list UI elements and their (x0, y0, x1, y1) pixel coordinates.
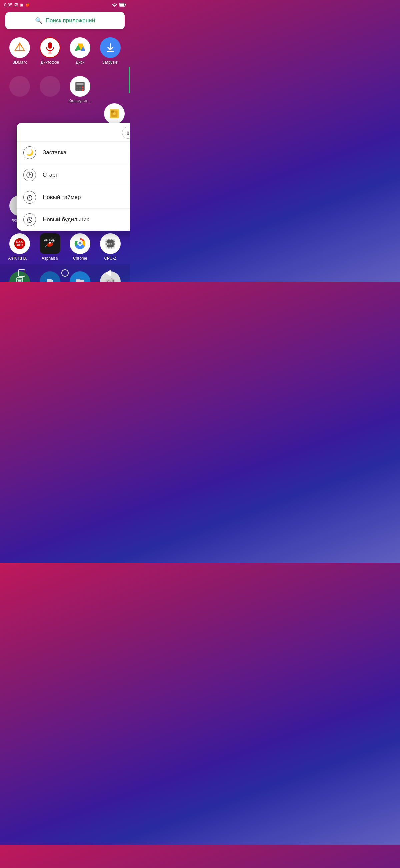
menu-newtimer-label: Новый таймер (43, 194, 130, 200)
context-menu: ℹ 🌙 Заставка ≡ Старт (17, 123, 130, 230)
svg-text:9: 9 (49, 241, 51, 244)
svg-rect-81 (109, 247, 110, 249)
context-menu-info-icon[interactable]: ℹ (122, 127, 130, 138)
app-calculator[interactable]: Калькулят… (66, 76, 95, 103)
status-time: 0:05 (4, 2, 12, 7)
search-bar[interactable]: 🔍 Поиск приложений (5, 12, 125, 29)
app-3dmark-label: 3DMark (13, 60, 27, 65)
svg-rect-16 (82, 87, 84, 88)
svg-rect-85 (105, 244, 107, 245)
scroll-indicator (129, 67, 130, 93)
app-asphalt-icon: ASPHALT 9 (40, 233, 60, 254)
svg-rect-18 (79, 89, 81, 90)
app-dictaphone-icon (40, 37, 60, 58)
status-img-icon: 🖼 (14, 3, 18, 7)
app-cpuz[interactable]: CPU CPU-Z (96, 233, 125, 260)
app-asphalt-label: Asphalt 9 (42, 256, 58, 260)
nav-home-icon (61, 269, 69, 277)
app-dictaphone[interactable]: Диктофон (36, 37, 65, 65)
nav-back-icon (105, 269, 111, 277)
menu-screensaver-icon: 🌙 (23, 146, 36, 159)
app-drive-icon (70, 37, 90, 58)
menu-item-screensaver[interactable]: 🌙 Заставка ≡ (17, 141, 130, 164)
app-downloads[interactable]: Загрузки (96, 37, 125, 65)
app-chrome-icon (70, 233, 90, 254)
nav-back-button[interactable] (101, 266, 116, 280)
app-downloads-label: Загрузки (102, 60, 118, 65)
svg-point-73 (79, 243, 81, 245)
app-grid-row2: Калькулят… (0, 73, 130, 106)
search-icon: 🔍 (35, 17, 42, 24)
svg-rect-88 (114, 244, 115, 245)
app-antutu[interactable]: AnTuTu Bench AnTuTu Be… (5, 233, 34, 260)
app-antutu-icon: AnTuTu Bench (9, 233, 30, 254)
svg-rect-87 (114, 243, 115, 244)
menu-start-label: Старт (43, 172, 130, 178)
battery-icon (119, 3, 126, 7)
search-placeholder: Поиск приложений (46, 17, 95, 24)
app-downloads-icon (100, 37, 121, 58)
svg-text:Bench: Bench (17, 244, 23, 246)
svg-point-22 (113, 112, 116, 115)
svg-text:AnTuTu: AnTuTu (16, 241, 24, 243)
menu-item-start[interactable]: Старт ≡ (17, 164, 130, 186)
svg-rect-79 (111, 239, 112, 240)
svg-rect-5 (48, 42, 52, 49)
status-screen-icon: ▣ (20, 3, 23, 7)
nav-recents-icon (18, 269, 25, 277)
app-antutu-label: AnTuTu Be… (8, 256, 31, 260)
svg-rect-2 (120, 4, 124, 6)
app-3dmark[interactable]: 3DMark (5, 37, 34, 65)
svg-rect-14 (77, 87, 78, 88)
svg-rect-82 (111, 247, 112, 249)
app-chrome[interactable]: Chrome (66, 233, 95, 260)
svg-rect-84 (105, 243, 107, 244)
menu-newalarm-icon (23, 213, 36, 226)
svg-marker-41 (83, 230, 90, 230)
context-menu-header: ℹ (17, 123, 130, 141)
svg-rect-23 (111, 110, 114, 112)
svg-rect-19 (82, 89, 84, 90)
app-drive[interactable]: Диск (66, 37, 95, 65)
svg-rect-78 (109, 239, 110, 240)
app-asphalt[interactable]: ASPHALT 9 Asphalt 9 (36, 233, 65, 260)
menu-newalarm-label: Новый будильник (43, 216, 130, 223)
svg-text:CPU: CPU (107, 242, 113, 246)
status-fruit-icon: 🍎 (25, 3, 30, 7)
status-left: 0:05 🖼 ▣ 🍎 (4, 2, 30, 7)
svg-rect-77 (108, 239, 109, 240)
app-hidden1 (5, 76, 34, 103)
nav-bar (0, 264, 130, 282)
app-hidden2 (36, 76, 65, 103)
menu-start-icon (23, 168, 36, 181)
app-calculator-label: Калькулят… (69, 99, 92, 103)
svg-rect-15 (79, 87, 81, 88)
svg-rect-80 (108, 247, 109, 249)
svg-rect-17 (77, 89, 78, 90)
menu-item-newalarm[interactable]: Новый будильник ≡ (17, 208, 130, 230)
app-grid-row1: 3DMark Диктофон Диск Загрузки (0, 35, 130, 67)
svg-rect-83 (105, 241, 107, 242)
app-hidden3-icon (100, 76, 121, 97)
app-hidden2-icon (40, 76, 60, 97)
app-drive-label: Диск (76, 60, 84, 65)
app-grid-row4: AnTuTu Bench AnTuTu Be… ASPHALT 9 Asphal… (0, 230, 130, 263)
app-cpuz-icon: CPU (100, 233, 121, 254)
app-hidden1-icon (9, 76, 30, 97)
menu-item-newtimer[interactable]: Новый таймер ≡ (17, 186, 130, 208)
app-chrome-label: Chrome (73, 256, 87, 260)
wifi-icon (112, 2, 118, 7)
app-3dmark-icon (9, 37, 30, 58)
menu-newtimer-icon (23, 191, 36, 204)
app-dictaphone-label: Диктофон (41, 60, 59, 65)
app-cpuz-label: CPU-Z (104, 256, 116, 260)
status-right (112, 2, 126, 7)
menu-screensaver-label: Заставка (43, 149, 130, 156)
nav-recents-button[interactable] (14, 266, 29, 280)
svg-line-37 (30, 220, 31, 221)
app-sim-icon (104, 103, 125, 124)
context-menu-tail (83, 230, 90, 230)
app-calculator-icon (70, 76, 90, 97)
svg-rect-86 (114, 241, 115, 242)
nav-home-button[interactable] (58, 266, 72, 280)
